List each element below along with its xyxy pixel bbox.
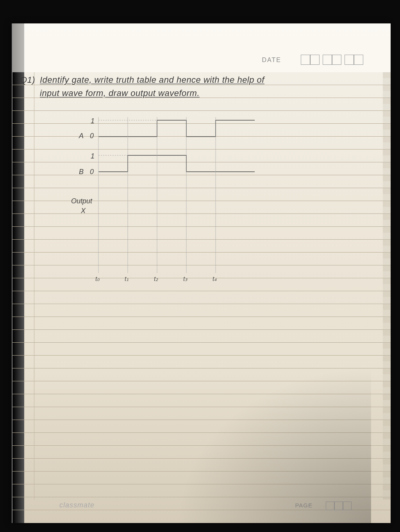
- question-text-line2: input wave form, draw output waveform.: [40, 88, 313, 98]
- level-high-a: 1: [91, 117, 95, 125]
- page-box: [326, 502, 334, 510]
- page-box: [334, 502, 343, 510]
- date-box: [301, 55, 310, 65]
- level-low-a: 0: [90, 132, 94, 140]
- page-right-edge: [383, 72, 391, 500]
- date-box: [345, 55, 354, 65]
- date-box: [310, 55, 320, 65]
- page-number-label: PAGE: [295, 502, 312, 509]
- question-text-line1: Identify gate, write truth table and hen…: [40, 75, 376, 85]
- tick-t0: t₀: [95, 275, 99, 283]
- level-low-b: 0: [90, 168, 94, 176]
- notebook-page: DATE Q1) Identify gate, write truth t: [12, 23, 391, 523]
- signal-label-b: B: [79, 168, 84, 176]
- time-grid: [98, 117, 262, 283]
- timing-diagram: 1 A 0 1 B 0 Output X: [87, 109, 302, 289]
- tick-t2: t₂: [154, 275, 158, 283]
- output-symbol: X: [81, 207, 86, 215]
- tick-t1: t₁: [125, 275, 129, 283]
- date-box: [323, 55, 332, 65]
- page-header: DATE: [12, 23, 391, 72]
- page-number-boxes: [326, 502, 352, 510]
- notebook-brand: classmate: [59, 501, 95, 509]
- date-box: [354, 55, 363, 65]
- date-label: DATE: [262, 57, 281, 64]
- output-label: Output: [71, 197, 92, 205]
- date-box: [332, 55, 341, 65]
- signal-label-a: A: [79, 132, 84, 140]
- page-box: [343, 502, 352, 510]
- question-number: Q1): [20, 75, 35, 85]
- tick-t4: t₄: [212, 275, 216, 283]
- margin-line: [34, 72, 34, 500]
- tick-t3: t₃: [183, 275, 187, 283]
- level-high-b: 1: [91, 152, 95, 160]
- date-boxes: [301, 55, 363, 65]
